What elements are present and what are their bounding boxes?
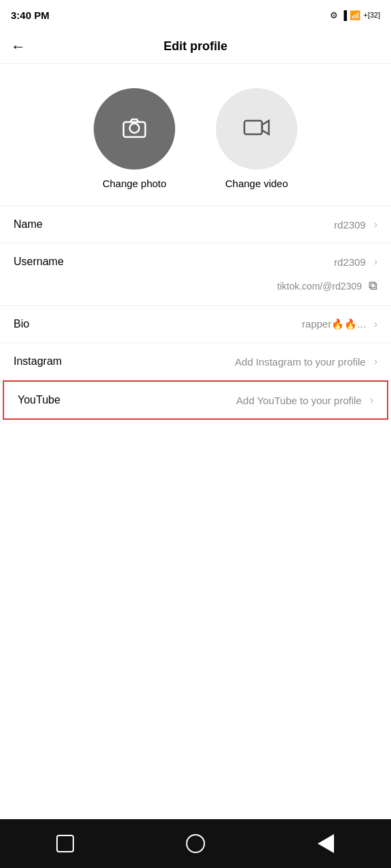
username-chevron: ›	[374, 256, 377, 268]
svg-rect-2	[244, 121, 262, 134]
bio-value: rapper🔥🔥...	[302, 318, 366, 330]
instagram-label: Instagram	[14, 355, 75, 368]
back-icon	[318, 834, 334, 853]
camera-icon	[119, 113, 149, 145]
video-camera-icon	[242, 113, 272, 145]
back-button[interactable]: ←	[11, 38, 26, 56]
status-time: 3:40 PM	[11, 9, 50, 21]
youtube-placeholder: Add YouTube to your profile	[236, 395, 362, 406]
bluetooth-icon: ⚙	[330, 10, 338, 20]
youtube-label: YouTube	[18, 394, 79, 406]
instagram-value-group: Add Instagram to your profile ›	[235, 355, 377, 368]
username-row[interactable]: Username rd2309 ›	[0, 243, 391, 276]
nav-bar	[0, 819, 391, 868]
name-value-group: rd2309 ›	[334, 218, 377, 231]
username-section: Username rd2309 › tiktok.com/@rd2309 ⧉	[0, 243, 391, 306]
tiktok-url-row: tiktok.com/@rd2309 ⧉	[0, 276, 391, 305]
page-title: Edit profile	[164, 39, 227, 54]
home-icon	[186, 834, 205, 853]
name-row[interactable]: Name rd2309 ›	[0, 205, 391, 243]
status-bar: 3:40 PM ⚙ ▐ 📶 +[32]	[0, 0, 391, 30]
status-icons: ⚙ ▐ 📶 +[32]	[330, 10, 380, 20]
change-photo-button[interactable]: Change photo	[94, 88, 175, 189]
instagram-placeholder: Add Instagram to your profile	[235, 356, 366, 368]
name-value: rd2309	[334, 219, 366, 231]
username-value-group: rd2309 ›	[334, 256, 377, 268]
change-photo-label: Change photo	[103, 178, 166, 189]
name-chevron: ›	[374, 218, 377, 231]
bio-row[interactable]: Bio rapper🔥🔥... ›	[0, 306, 391, 343]
nav-home-button[interactable]	[183, 831, 208, 856]
svg-point-0	[130, 123, 139, 133]
page-header: ← Edit profile	[0, 30, 391, 64]
copy-icon[interactable]: ⧉	[369, 279, 377, 293]
instagram-chevron: ›	[374, 355, 377, 368]
bio-label: Bio	[14, 318, 75, 330]
change-video-button[interactable]: Change video	[216, 88, 297, 189]
youtube-chevron: ›	[370, 394, 373, 406]
signal-icon: ▐	[341, 10, 347, 20]
username-label: Username	[14, 256, 75, 268]
wifi-icon: 📶	[350, 10, 360, 20]
username-value: rd2309	[334, 256, 366, 268]
photo-circle	[94, 88, 175, 170]
instagram-row[interactable]: Instagram Add Instagram to your profile …	[0, 343, 391, 380]
nav-back-button[interactable]	[314, 831, 338, 856]
fields-section: Name rd2309 › Username rd2309 › tiktok.c…	[0, 205, 391, 819]
name-label: Name	[14, 218, 75, 231]
bio-value-group: rapper🔥🔥... ›	[302, 318, 377, 330]
change-video-label: Change video	[225, 178, 288, 189]
battery-indicator: +[32]	[363, 11, 380, 19]
square-icon	[56, 835, 74, 852]
svg-rect-1	[124, 122, 145, 137]
youtube-row[interactable]: YouTube Add YouTube to your profile ›	[3, 380, 388, 420]
nav-square-button[interactable]	[53, 831, 77, 856]
media-section: Change photo Change video	[0, 64, 391, 205]
bio-chevron: ›	[374, 318, 377, 330]
youtube-value-group: Add YouTube to your profile ›	[236, 394, 373, 406]
tiktok-url: tiktok.com/@rd2309	[277, 281, 362, 292]
video-circle	[216, 88, 297, 170]
